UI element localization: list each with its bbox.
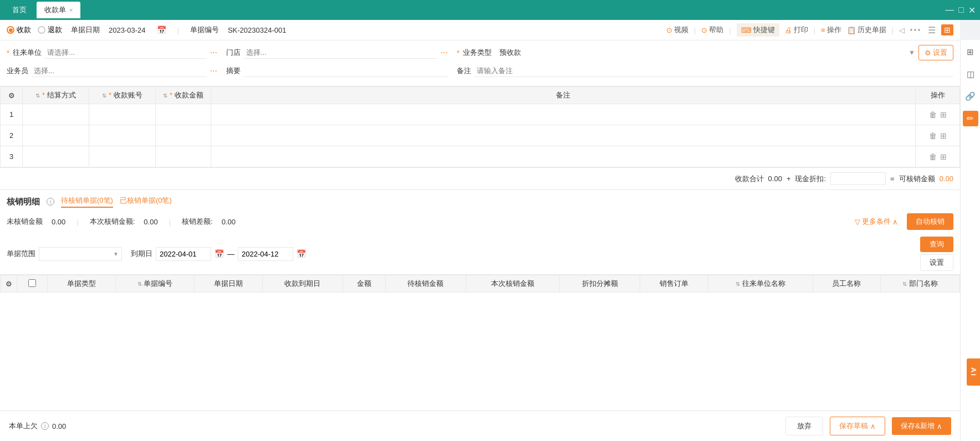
staff-input[interactable] [32,65,207,77]
row2-remark[interactable] [211,125,916,146]
discount-input[interactable] [830,172,886,185]
nav-tab-label: 收款单 [44,5,66,15]
operate-label: 操作 [827,25,841,35]
bth-number: ⇅ 单据编号 [115,275,195,293]
settings-label: 设置 [933,48,947,58]
cal-to-icon[interactable]: 📅 [297,249,306,258]
bottom-table-wrap: ⚙ 单据类型 ⇅ 单据编号 单据日期 [0,275,960,411]
verify-title: 核销明细 [7,197,40,207]
maximize-button[interactable]: □ [958,5,964,15]
counterpart-input[interactable] [45,47,207,59]
row1-account[interactable] [89,104,156,125]
counterpart-ellipsis[interactable]: ··· [210,48,217,57]
verify-section: 核销明细 i 待核销单据(0笔) 已核销单据(0笔) 未核销金额 0.00 | … [0,190,960,441]
main-table-container: ⚙ ⇅ * 结算方式 ⇅ * 收款账号 ⇅ [0,86,960,168]
total-value: 0.00 [768,175,782,183]
note-input[interactable] [474,65,953,77]
prev-arrow[interactable]: ◁ [899,26,905,34]
pending-tab[interactable]: 待核销单据(0笔) [61,196,113,208]
bth-date: 单据日期 [195,275,263,293]
table-row: 2 🗑 ⊞ [1,125,960,146]
save-new-button[interactable]: 保存&新增 ∧ [892,417,951,435]
sheet-info-icon[interactable]: i [41,422,49,430]
date-from-input[interactable] [156,247,211,261]
summary-label: 摘要 [226,66,241,76]
filter-row: 单据范围 ▼ 到期日 📅 — 📅 查询 设置 [0,233,960,275]
auto-verify-button[interactable]: 自动核销 [907,213,953,230]
done-tab[interactable]: 已核销单据(0笔) [120,196,172,208]
select-all-checkbox[interactable] [28,279,36,287]
range-select[interactable] [39,247,122,261]
close-tab-icon[interactable]: × [69,7,73,13]
query-button[interactable]: 查询 [920,237,953,252]
date-to-input[interactable] [238,247,293,261]
row2-settle[interactable] [23,125,89,146]
row3-amount[interactable] [156,146,211,167]
nav-active-tab[interactable]: 收款单 × [37,2,80,18]
save-draft-button[interactable]: 保存草稿 ∧ [830,417,885,435]
sidebar-link-icon[interactable]: 🔗 [963,89,978,104]
th-remark-label: 备注 [556,91,570,99]
video-action[interactable]: ⊙ 视频 [666,25,688,35]
sidebar-doc-icon[interactable]: ◫ [963,66,978,82]
row3-settle[interactable] [23,146,89,167]
store-ellipsis[interactable]: ··· [441,48,448,57]
tuikuan-label: 退款 [48,25,62,35]
staff-label: 业务员 [7,66,28,76]
row1-copy-icon[interactable]: ⊞ [940,110,947,119]
cal-from-icon[interactable]: 📅 [215,249,224,258]
operate-action[interactable]: ≡ 操作 [821,25,841,35]
row2-amount[interactable] [156,125,211,146]
unverified-label: 未核销金额 [7,217,43,227]
minimize-button[interactable]: — [945,5,954,15]
row2-copy-icon[interactable]: ⊞ [940,131,947,140]
th-settings[interactable]: ⚙ [1,87,23,104]
tuikuan-radio-circle [38,26,45,34]
tuikuan-radio[interactable]: 退款 [38,25,62,35]
verify-settings-button[interactable]: 设置 [920,254,953,271]
history-action[interactable]: 📋 历史单据 [847,25,886,35]
total-label: 收款合计 [735,174,764,184]
help-action[interactable]: ⊙ 帮助 [701,25,723,35]
row3-account[interactable] [89,146,156,167]
row2-account[interactable] [89,125,156,146]
hamburger-icon[interactable]: ☰ [928,25,936,35]
sidebar-table-icon[interactable]: ⊞ [963,44,978,60]
ai-badge[interactable]: Ai [967,358,980,386]
row1-delete-icon[interactable]: 🗑 [929,110,937,119]
counterpart-field: * 往来单位 ··· [7,47,217,59]
row3-delete-icon[interactable]: 🗑 [929,152,937,161]
bth-settings-icon[interactable]: ⚙ [6,280,12,288]
more-conditions[interactable]: ▽ 更多条件 ∧ [855,217,898,227]
bth-number-label: 单据编号 [144,279,172,288]
row1-remark[interactable] [211,104,916,125]
abandon-button[interactable]: 放弃 [785,417,823,435]
th-op-label: 操作 [931,91,945,99]
row1-amount[interactable] [156,104,211,125]
close-window-button[interactable]: ✕ [968,5,976,16]
grid-icon[interactable]: ⊞ [941,24,953,35]
row2-delete-icon[interactable]: 🗑 [929,131,937,140]
print-action[interactable]: 🖨 打印 [785,25,808,35]
unverified-value: 0.00 [52,218,65,226]
verify-info-icon[interactable]: i [47,198,54,206]
bth-due-label: 收款到期日 [284,279,320,288]
print-label: 打印 [794,25,808,35]
row3-remark[interactable] [211,146,916,167]
date-label: 单据日期 [71,25,100,35]
settings-button[interactable]: ⚙ 设置 [918,45,953,60]
row1-settle[interactable] [23,104,89,125]
row3-copy-icon[interactable]: ⊞ [940,152,947,161]
save-new-chevron-icon: ∧ [937,422,942,430]
shoukuan-radio[interactable]: 收款 [7,25,31,35]
shortcut-action[interactable]: ⌨ 快捷键 [737,23,779,37]
staff-ellipsis[interactable]: ··· [210,66,217,75]
nav-home-tab[interactable]: 首页 [4,2,34,18]
biz-chevron-icon[interactable]: ▼ [908,49,915,57]
sidebar-edit-icon[interactable]: ✏ [963,111,978,126]
store-input[interactable] [244,47,437,59]
summary-input[interactable] [244,65,448,77]
bth-amount: 金额 [343,275,385,293]
biz-label: 业务类型 [463,48,492,58]
calendar-icon[interactable]: 📅 [157,25,166,34]
